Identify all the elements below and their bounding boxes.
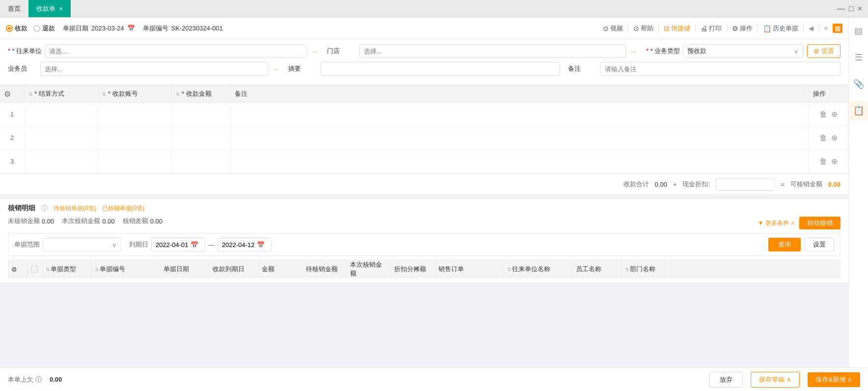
- divider7: [818, 25, 819, 32]
- pending-tab[interactable]: 待核销单据(0笔): [54, 204, 96, 213]
- row-num-1: 1: [0, 103, 25, 126]
- th-settings[interactable]: ⚙: [0, 85, 25, 102]
- row1-notes[interactable]: [231, 103, 809, 126]
- grid-icon[interactable]: ▦: [833, 24, 842, 33]
- divider5: [758, 25, 758, 32]
- net-value: 0.00: [828, 181, 841, 188]
- range-field: 单据范围 ∨: [14, 238, 121, 251]
- summary-input[interactable]: [321, 62, 561, 76]
- copy-icon2[interactable]: ⊕: [831, 133, 838, 142]
- row1-settlement[interactable]: [25, 103, 98, 126]
- minimize-icon[interactable]: —: [837, 4, 845, 13]
- counterpart-field: * 往来单位 ···: [8, 44, 319, 58]
- window-controls: — □ ×: [837, 4, 868, 13]
- sidebar-attach-icon[interactable]: 📎: [849, 75, 868, 93]
- row2-settlement[interactable]: [25, 126, 98, 149]
- discount-input[interactable]: [716, 178, 775, 191]
- date-from-picker[interactable]: 2022-04-01 📅: [151, 238, 205, 251]
- close-icon[interactable]: ×: [858, 4, 862, 13]
- store-label: 门店: [327, 47, 356, 56]
- history-button[interactable]: 📋 历史单据: [763, 24, 798, 33]
- tab-close-icon[interactable]: ×: [59, 5, 63, 12]
- row3-account[interactable]: [98, 150, 172, 173]
- sidebar-form-icon[interactable]: 📋: [849, 101, 868, 120]
- settings-gear-icon[interactable]: ⚙: [4, 89, 11, 99]
- help-button[interactable]: ⊙ 帮助: [633, 24, 653, 33]
- abandon-button[interactable]: 放弃: [709, 372, 743, 388]
- shortcut-button[interactable]: ⊟ 快捷键: [664, 24, 690, 33]
- calendar-icon[interactable]: 📅: [127, 25, 135, 32]
- refund-radio[interactable]: [33, 25, 40, 32]
- store-input[interactable]: [359, 44, 626, 58]
- notes-field: 备注: [568, 62, 841, 76]
- due-date-label: 到期日: [129, 240, 148, 249]
- row3-amount[interactable]: [172, 150, 231, 173]
- staff-more-icon[interactable]: ···: [271, 65, 280, 73]
- filter-settings-button[interactable]: 设置: [805, 238, 834, 251]
- video-button[interactable]: ⊙ 视频: [603, 24, 623, 33]
- date-value: 2023-03-24: [91, 25, 124, 32]
- delete-icon[interactable]: 🗑: [819, 110, 827, 119]
- maximize-icon[interactable]: □: [849, 4, 854, 13]
- verify-header: 核销明细 ⓘ 待核销单据(0笔) 已核销单据(0笔): [8, 204, 841, 213]
- nav-left-icon[interactable]: ◀: [809, 25, 814, 32]
- operate-button[interactable]: ⚙ 操作: [732, 24, 753, 33]
- save-new-button[interactable]: 保存&新增 ∧: [808, 372, 860, 387]
- receipt-radio[interactable]: [6, 25, 13, 32]
- row3-settlement[interactable]: [25, 150, 98, 173]
- list-icon[interactable]: ≡: [824, 25, 828, 32]
- store-more-icon[interactable]: ···: [629, 48, 638, 55]
- dth-settings[interactable]: ⚙: [8, 260, 28, 278]
- delete-icon3[interactable]: 🗑: [819, 157, 827, 166]
- done-tab[interactable]: 已核销单据(0笔): [102, 204, 145, 213]
- row2-notes[interactable]: [231, 126, 809, 149]
- sort-icon-dt: ⇅: [46, 267, 50, 272]
- number-field: 单据编号 SK-20230324-001: [143, 24, 223, 33]
- bottom-info-icon[interactable]: ⓘ: [35, 375, 42, 384]
- verify-info-icon[interactable]: ⓘ: [41, 204, 48, 213]
- tab-home[interactable]: 首页: [0, 0, 28, 17]
- video-icon: ⊙: [603, 25, 609, 32]
- row3-notes[interactable]: [231, 150, 809, 173]
- row2-amount[interactable]: [172, 126, 231, 149]
- delete-icon2[interactable]: 🗑: [819, 134, 827, 142]
- counterpart-input[interactable]: [45, 44, 307, 58]
- counterpart-more-icon[interactable]: ···: [310, 48, 319, 55]
- date-field: 单据日期 2023-03-24 📅: [63, 24, 135, 33]
- copy-icon3[interactable]: ⊕: [831, 157, 838, 166]
- staff-field: 业务员 ···: [8, 62, 280, 76]
- save-new-label: 保存&新增: [815, 375, 845, 384]
- th-amount-label: * 收款金额: [182, 89, 212, 98]
- row1-amount[interactable]: [172, 103, 231, 126]
- date-label: 单据日期: [63, 24, 88, 33]
- receipt-option[interactable]: 收款: [6, 24, 27, 33]
- save-draft-button[interactable]: 保存草稿 ∧: [751, 372, 800, 388]
- range-select[interactable]: ∨: [43, 238, 121, 251]
- select-all-checkbox[interactable]: [31, 266, 38, 273]
- more-filter-button[interactable]: ▼ 更多条件 ∧: [758, 219, 795, 227]
- refund-option[interactable]: 退款: [33, 24, 55, 33]
- biz-type-select[interactable]: 预收款 ∨: [683, 44, 803, 58]
- dth-due-date: 收款到期日: [210, 260, 259, 278]
- dth-sales-order: 销售订单: [435, 260, 504, 278]
- query-button[interactable]: 查询: [768, 238, 801, 251]
- sort-icon-cp: ⇅: [507, 267, 511, 272]
- sidebar-list-icon[interactable]: ☰: [851, 48, 867, 67]
- row2-account[interactable]: [98, 126, 172, 149]
- auto-verify-button[interactable]: 自动核销: [799, 217, 841, 229]
- date-to-value: 2022-04-12: [222, 241, 255, 249]
- notes-input[interactable]: [600, 62, 841, 76]
- staff-input[interactable]: [40, 62, 268, 76]
- copy-icon[interactable]: ⊕: [831, 110, 838, 119]
- date-to-picker[interactable]: 2022-04-12 📅: [217, 238, 271, 251]
- row1-account[interactable]: [98, 103, 172, 126]
- settings-button[interactable]: ⚙ 设置: [807, 44, 841, 58]
- dth-checkbox[interactable]: [28, 260, 43, 278]
- tab-current[interactable]: 收款单 ×: [28, 0, 71, 17]
- number-label: 单据编号: [143, 24, 168, 33]
- dth-gear-icon[interactable]: ⚙: [11, 266, 17, 273]
- sidebar-table-icon[interactable]: ▤: [850, 22, 867, 40]
- row2-actions: 🗑 ⊕: [809, 126, 848, 149]
- summary-label: 摘要: [288, 64, 318, 73]
- print-button[interactable]: 🖨 打印: [701, 24, 722, 33]
